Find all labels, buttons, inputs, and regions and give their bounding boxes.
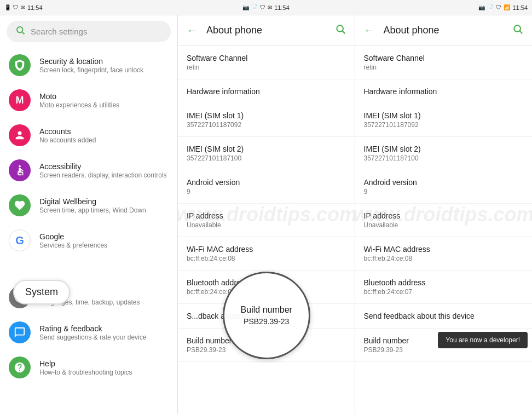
back-arrow-2[interactable]: ← <box>364 24 375 37</box>
p1-ip-address[interactable]: IP address Unavailable <box>178 204 355 237</box>
p1-sc-label: Software Channel <box>187 54 346 62</box>
p1-imei1-label: IMEI (SIM slot 1) <box>187 111 346 120</box>
panel-2-title: About phone <box>384 25 504 36</box>
accounts-title: Accounts <box>39 127 96 136</box>
p2-imei1-label: IMEI (SIM slot 1) <box>364 111 524 120</box>
p1-android-version[interactable]: Android version 9 <box>178 170 355 204</box>
p2-sc-value: retin <box>364 64 524 71</box>
moto-icon-circle: M <box>9 89 31 111</box>
p2-sf-label: Send feedback about this device <box>364 312 524 320</box>
svg-line-4 <box>342 31 345 34</box>
p1-hardware-title: Hardware information <box>187 87 346 96</box>
svg-point-5 <box>514 25 521 32</box>
status-center: 📷 📄 🛡 ✉ 11:54 <box>179 4 354 11</box>
accessibility-title: Accessibility <box>39 162 167 171</box>
security-icon-circle <box>9 54 31 76</box>
file-icon-center: 📄 <box>251 4 258 10</box>
p2-wifi-mac[interactable]: Wi-Fi MAC address bc:ff:eb:24:ce:08 <box>355 237 533 271</box>
p2-imei2[interactable]: IMEI (SIM slot 2) 357227101187100 <box>355 137 533 170</box>
svg-point-0 <box>17 27 23 33</box>
p1-imei2[interactable]: IMEI (SIM slot 2) 357227101187100 <box>178 137 355 170</box>
p2-software-channel[interactable]: Software Channel retin <box>355 46 533 79</box>
search-btn-2[interactable] <box>512 24 523 37</box>
left-panel: Search settings Security & location Scre… <box>0 15 178 414</box>
p2-imei1-value: 357227101187092 <box>364 121 524 129</box>
panel-2-content: Software Channel retin Hardware informat… <box>355 46 533 414</box>
help-title: Help <box>39 359 132 368</box>
accounts-text: Accounts No accounts added <box>39 127 96 144</box>
shield-icon-left: 🛡 <box>13 4 19 10</box>
p2-imei2-value: 357227101187100 <box>364 154 524 162</box>
google-subtitle: Services & preferences <box>39 242 107 249</box>
moto-subtitle: Moto experiences & utilities <box>39 101 119 109</box>
sidebar-item-moto[interactable]: M Moto Moto experiences & utilities <box>0 83 177 118</box>
search-placeholder: Search settings <box>31 27 87 36</box>
search-btn-1[interactable] <box>335 24 346 37</box>
about-panel-2-wrapper: ← About phone Software Channel retin Har… <box>355 15 533 414</box>
digital-wellbeing-subtitle: Screen time, app timers, Wind Down <box>39 206 146 214</box>
p2-wifi-label: Wi-Fi MAC address <box>364 245 524 254</box>
build-circle-overlay: Build number PSB29.39-23 <box>223 272 310 359</box>
p2-hardware-header: Hardware information <box>355 79 533 104</box>
p1-av-label: Android version <box>187 178 346 187</box>
p2-ip-address[interactable]: IP address Unavailable <box>355 204 533 237</box>
sidebar-item-help[interactable]: Help How-to & troubleshooting topics <box>0 350 177 385</box>
p2-ip-label: IP address <box>364 211 524 220</box>
p2-bluetooth[interactable]: Bluetooth address bc:ff:eb:24:ce:07 <box>355 271 533 304</box>
accounts-icon-circle <box>9 124 31 146</box>
sidebar-item-digital-wellbeing[interactable]: Digital Wellbeing Screen time, app timer… <box>0 188 177 223</box>
shield-icon-center: 🛡 <box>260 4 265 10</box>
developer-toast: You are now a developer! <box>438 332 528 348</box>
system-tooltip: System <box>13 280 70 304</box>
panel-1-title: About phone <box>206 25 326 36</box>
sidebar-item-google[interactable]: G Google Services & preferences <box>0 223 177 258</box>
svg-point-2 <box>19 165 21 168</box>
time-left: 11:54 <box>27 4 43 11</box>
sidebar-item-accessibility[interactable]: Accessibility Screen readers, display, i… <box>0 153 177 188</box>
shield-icon-right: 🛡 <box>496 4 501 10</box>
moto-text: Moto Moto experiences & utilities <box>39 92 119 109</box>
p1-software-channel[interactable]: Software Channel retin <box>178 46 355 79</box>
build-circle-value: PSB29.39-23 <box>244 317 289 326</box>
help-icon-circle <box>9 357 31 378</box>
search-bar[interactable]: Search settings <box>7 21 171 42</box>
moto-icon: M <box>16 95 24 106</box>
p2-android-version[interactable]: Android version 9 <box>355 170 533 204</box>
svg-point-3 <box>337 25 343 32</box>
search-icon <box>15 25 25 38</box>
status-bar: 📱 🛡 ✉ 11:54 📷 📄 🛡 ✉ 11:54 📷 📄 🛡 📶 11:54 <box>0 0 532 15</box>
sidebar-item-accounts[interactable]: Accounts No accounts added <box>0 118 177 153</box>
time-right: 11:54 <box>512 4 528 11</box>
photo-icon-center: 📷 <box>242 4 249 10</box>
back-arrow-1[interactable]: ← <box>187 24 198 37</box>
about-panel-2: ← About phone Software Channel retin Har… <box>355 15 533 414</box>
digital-wellbeing-icon-circle <box>9 194 31 216</box>
system-item-wrapper: System System Languages, time, backup, u… <box>0 280 177 315</box>
google-text: Google Services & preferences <box>39 232 107 249</box>
p1-wifi-value: bc:ff:eb:24:ce:08 <box>187 255 346 262</box>
help-text: Help How-to & troubleshooting topics <box>39 359 132 376</box>
p2-ip-value: Unavailable <box>364 221 524 229</box>
digital-wellbeing-text: Digital Wellbeing Screen time, app timer… <box>39 197 146 214</box>
p1-hardware-header: Hardware information <box>178 79 355 104</box>
message-icon-center: ✉ <box>268 4 272 10</box>
p1-imei2-label: IMEI (SIM slot 2) <box>187 145 346 153</box>
p2-imei1[interactable]: IMEI (SIM slot 1) 357227101187092 <box>355 104 533 137</box>
accessibility-subtitle: Screen readers, display, interaction con… <box>39 171 167 179</box>
p2-av-value: 9 <box>364 188 524 196</box>
sidebar-item-security[interactable]: Security & location Screen lock, fingerp… <box>0 48 177 83</box>
digital-wellbeing-title: Digital Wellbeing <box>39 197 146 206</box>
photo-icon-right: 📷 <box>478 4 485 10</box>
message-icon-left: ✉ <box>21 4 25 10</box>
build-circle-title: Build number <box>241 305 292 315</box>
sidebar-item-rating[interactable]: Rating & feedback Send suggestions & rat… <box>0 315 177 350</box>
p2-send-feedback[interactable]: Send feedback about this device <box>355 304 533 329</box>
p2-wifi-value: bc:ff:eb:24:ce:08 <box>364 255 524 262</box>
p1-wifi-mac[interactable]: Wi-Fi MAC address bc:ff:eb:24:ce:08 <box>178 237 355 271</box>
panel-2-header: ← About phone <box>355 15 533 46</box>
p2-bt-label: Bluetooth address <box>364 278 524 287</box>
p1-imei1[interactable]: IMEI (SIM slot 1) 357227101187092 <box>178 104 355 137</box>
about-panel-1-wrapper: ← About phone Software Channel retin Har… <box>178 15 355 414</box>
p2-sc-label: Software Channel <box>364 54 524 62</box>
p2-av-label: Android version <box>364 178 524 187</box>
